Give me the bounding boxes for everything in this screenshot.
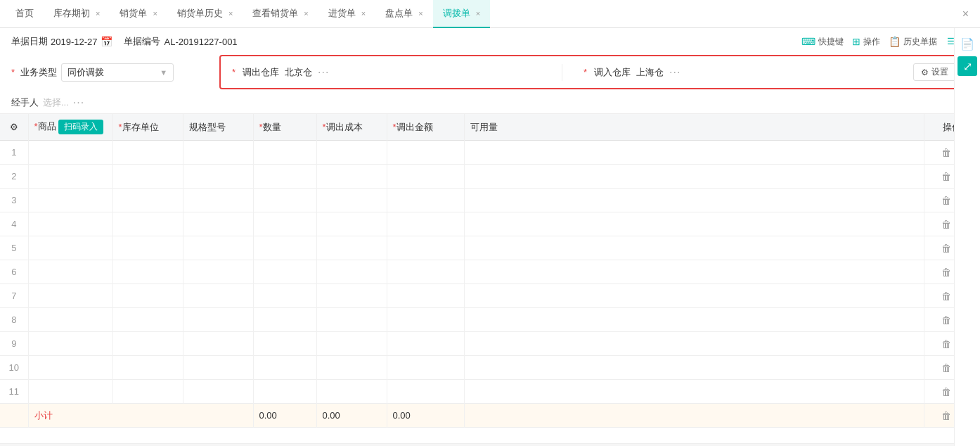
cell-cost[interactable] xyxy=(316,380,387,404)
cell-cost[interactable] xyxy=(316,260,387,284)
tab-purchase-order[interactable]: 进货单 × xyxy=(318,0,375,28)
cell-cost[interactable] xyxy=(316,212,387,236)
cell-product[interactable] xyxy=(28,212,112,236)
tab-home[interactable]: 首页 xyxy=(6,0,44,28)
cell-spec[interactable] xyxy=(183,260,253,284)
panel-expand-icon[interactable]: ⤢ xyxy=(958,56,977,76)
tab-sales-order[interactable]: 销货单 × xyxy=(110,0,167,28)
cell-product[interactable] xyxy=(28,308,112,332)
window-close-button[interactable]: × xyxy=(957,8,974,20)
delete-icon[interactable]: 🗑 xyxy=(941,362,951,374)
delete-icon[interactable]: 🗑 xyxy=(941,195,951,206)
cell-cost[interactable] xyxy=(316,356,387,380)
calendar-icon[interactable]: 📅 xyxy=(101,36,112,47)
shortcut-btn[interactable]: ⌨ 快捷键 xyxy=(801,36,844,48)
cell-qty[interactable] xyxy=(253,260,316,284)
cell-amount[interactable] xyxy=(387,236,464,260)
cell-cost[interactable] xyxy=(316,189,387,212)
warehouse-out-more[interactable]: ··· xyxy=(318,66,329,79)
cell-amount[interactable] xyxy=(387,332,464,356)
cell-qty[interactable] xyxy=(253,236,316,260)
cell-spec[interactable] xyxy=(183,236,253,260)
cell-spec[interactable] xyxy=(183,332,253,356)
cell-qty[interactable] xyxy=(253,189,316,212)
delete-icon[interactable]: 🗑 xyxy=(941,386,951,397)
handler-more[interactable]: ··· xyxy=(73,96,84,109)
cell-unit[interactable] xyxy=(112,308,183,332)
cell-product[interactable] xyxy=(28,356,112,380)
cell-product[interactable] xyxy=(28,284,112,308)
tab-view-sales-close[interactable]: × xyxy=(304,9,308,18)
cell-spec[interactable] xyxy=(183,165,253,189)
delete-icon[interactable]: 🗑 xyxy=(941,147,951,158)
cell-spec[interactable] xyxy=(183,141,253,165)
delete-icon[interactable]: 🗑 xyxy=(941,267,951,278)
cell-unit[interactable] xyxy=(112,380,183,404)
cell-qty[interactable] xyxy=(253,284,316,308)
cell-unit[interactable] xyxy=(112,141,183,165)
cell-qty[interactable] xyxy=(253,141,316,165)
tab-stocktake-close[interactable]: × xyxy=(418,9,423,18)
cell-product[interactable] xyxy=(28,165,112,189)
cell-cost[interactable] xyxy=(316,165,387,189)
cell-product[interactable] xyxy=(28,189,112,212)
cell-unit[interactable] xyxy=(112,189,183,212)
cell-product[interactable] xyxy=(28,260,112,284)
cell-unit[interactable] xyxy=(112,356,183,380)
cell-cost[interactable] xyxy=(316,308,387,332)
cell-cost[interactable] xyxy=(316,284,387,308)
tab-transfer[interactable]: 调拨单 × xyxy=(433,0,490,28)
cell-spec[interactable] xyxy=(183,308,253,332)
cell-spec[interactable] xyxy=(183,212,253,236)
cell-spec[interactable] xyxy=(183,189,253,212)
cell-unit[interactable] xyxy=(112,212,183,236)
cell-amount[interactable] xyxy=(387,356,464,380)
settings-button[interactable]: ⚙ 设置 xyxy=(913,63,956,81)
cell-cost[interactable] xyxy=(316,236,387,260)
cell-amount[interactable] xyxy=(387,284,464,308)
tab-view-sales[interactable]: 查看销货单 × xyxy=(243,0,318,28)
tab-purchase-order-close[interactable]: × xyxy=(361,9,366,18)
cell-amount[interactable] xyxy=(387,212,464,236)
th-settings[interactable]: ⚙ xyxy=(0,114,28,141)
subtotal-delete-icon[interactable]: 🗑 xyxy=(941,410,951,421)
business-type-select[interactable]: 同价调拨 ▼ xyxy=(61,63,174,82)
cell-spec[interactable] xyxy=(183,356,253,380)
cell-qty[interactable] xyxy=(253,332,316,356)
cell-qty[interactable] xyxy=(253,356,316,380)
cell-spec[interactable] xyxy=(183,284,253,308)
operations-btn[interactable]: ⊞ 操作 xyxy=(852,36,880,48)
cell-amount[interactable] xyxy=(387,308,464,332)
scan-entry-button[interactable]: 扫码录入 xyxy=(58,120,103,134)
history-btn[interactable]: 📋 历史单据 xyxy=(889,36,937,48)
cell-amount[interactable] xyxy=(387,141,464,165)
delete-icon[interactable]: 🗑 xyxy=(941,291,951,302)
tab-transfer-close[interactable]: × xyxy=(476,9,480,18)
tab-sales-order-close[interactable]: × xyxy=(153,9,157,18)
cell-unit[interactable] xyxy=(112,165,183,189)
cell-qty[interactable] xyxy=(253,212,316,236)
cell-spec[interactable] xyxy=(183,380,253,404)
cell-amount[interactable] xyxy=(387,165,464,189)
delete-icon[interactable]: 🗑 xyxy=(941,243,951,254)
cell-product[interactable] xyxy=(28,141,112,165)
cell-amount[interactable] xyxy=(387,189,464,212)
delete-icon[interactable]: 🗑 xyxy=(941,219,951,230)
cell-product[interactable] xyxy=(28,332,112,356)
tab-inventory-init-close[interactable]: × xyxy=(96,9,100,18)
tab-inventory-init[interactable]: 库存期初 × xyxy=(44,0,110,28)
cell-product[interactable] xyxy=(28,236,112,260)
warehouse-in-more[interactable]: ··· xyxy=(669,66,681,79)
cell-unit[interactable] xyxy=(112,260,183,284)
cell-qty[interactable] xyxy=(253,165,316,189)
cell-unit[interactable] xyxy=(112,236,183,260)
cell-amount[interactable] xyxy=(387,260,464,284)
cell-product[interactable] xyxy=(28,380,112,404)
cell-unit[interactable] xyxy=(112,284,183,308)
cell-unit[interactable] xyxy=(112,332,183,356)
delete-icon[interactable]: 🗑 xyxy=(941,338,951,350)
tab-stocktake[interactable]: 盘点单 × xyxy=(375,0,432,28)
tab-sales-history-close[interactable]: × xyxy=(228,9,233,18)
panel-doc-icon[interactable]: 📄 xyxy=(958,34,977,53)
cell-qty[interactable] xyxy=(253,380,316,404)
